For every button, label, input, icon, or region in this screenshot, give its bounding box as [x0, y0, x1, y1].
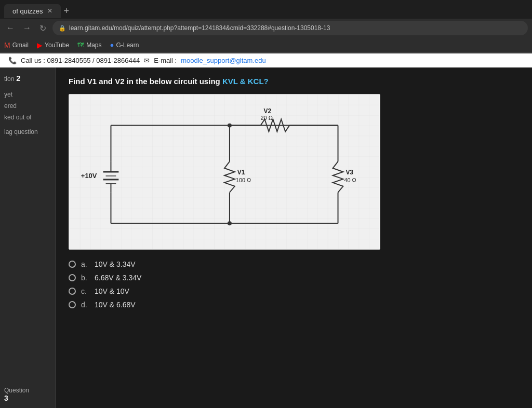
bookmark-maps[interactable]: 🗺 Maps	[77, 41, 101, 49]
glearn-icon: ●	[110, 41, 114, 49]
contact-bar: 📞 Call us : 0891-2840555 / 0891-2866444 …	[0, 53, 532, 67]
option-c-text: 10V & 10V	[95, 287, 129, 295]
lock-icon: 🔒	[59, 25, 66, 32]
mail-icon: ✉	[144, 57, 150, 64]
svg-text:20 Ω: 20 Ω	[261, 115, 273, 121]
sidebar-flag[interactable]: lag question	[4, 128, 51, 135]
radio-a[interactable]	[69, 261, 76, 268]
tab-bar: of quizzes ✕ +	[0, 0, 532, 19]
email-label: E-mail :	[154, 57, 177, 64]
option-d-text: 10V & 6.68V	[95, 301, 136, 309]
bookmarks-bar: M Gmail ▶ YouTube 🗺 Maps ● G-Learn	[0, 37, 532, 53]
bookmark-glearn[interactable]: ● G-Learn	[110, 41, 139, 49]
question-text: Find V1 and V2 in the below circuit usin…	[69, 76, 520, 87]
option-b[interactable]: b. 6.68V & 3.34V	[69, 274, 520, 282]
radio-b[interactable]	[69, 274, 76, 281]
main-layout: tion 2 yet ered ked out of lag question …	[0, 67, 532, 408]
radio-d[interactable]	[69, 301, 76, 308]
refresh-button[interactable]: ↻	[37, 22, 48, 34]
svg-text:V1: V1	[237, 169, 245, 176]
phone-text: Call us : 0891-2840555 / 0891-2866444	[21, 57, 140, 64]
option-a[interactable]: a. 10V & 3.34V	[69, 260, 520, 268]
sidebar-status-answered: ered	[4, 101, 51, 111]
svg-text:40 Ω: 40 Ω	[344, 177, 356, 183]
circuit-diagram: +10V V1 100 Ω V2 20 Ω	[69, 94, 380, 250]
tab-title: of quizzes	[12, 7, 43, 15]
address-bar-row: ← → ↻ 🔒 learn.gitam.edu/mod/quiz/attempt…	[0, 19, 532, 37]
option-c-letter: c.	[81, 287, 89, 295]
phone-icon: 📞	[8, 57, 17, 64]
option-d-letter: d.	[81, 301, 89, 309]
browser-chrome: of quizzes ✕ + ← → ↻ 🔒 learn.gitam.edu/m…	[0, 0, 532, 53]
question-area: Find V1 and V2 in the below circuit usin…	[56, 67, 532, 408]
svg-text:+10V: +10V	[81, 172, 97, 180]
page-content: 📞 Call us : 0891-2840555 / 0891-2866444 …	[0, 53, 532, 408]
svg-text:100 Ω: 100 Ω	[236, 177, 251, 183]
radio-c[interactable]	[69, 288, 76, 295]
new-tab-icon[interactable]: +	[64, 6, 70, 17]
gmail-icon: M	[4, 41, 10, 49]
sidebar-status-marked: ked out of	[4, 113, 51, 122]
close-tab-icon[interactable]: ✕	[47, 7, 52, 15]
sidebar-question-num: 2	[16, 74, 20, 83]
forward-button[interactable]: →	[21, 22, 33, 34]
svg-text:V2: V2	[263, 107, 271, 115]
question-prefix: Find V1 and V2 in the below circuit usin…	[69, 77, 222, 86]
svg-point-25	[228, 124, 232, 128]
bookmark-gmail[interactable]: M Gmail	[4, 41, 29, 49]
email-link[interactable]: moodle_support@gitam.edu	[181, 57, 266, 64]
question-3-prefix: Question	[4, 387, 51, 394]
url-text: learn.gitam.edu/mod/quiz/attempt.php?att…	[69, 24, 330, 32]
maps-label: Maps	[86, 42, 101, 49]
sidebar-question-prefix: tion	[4, 75, 14, 83]
gmail-label: Gmail	[12, 42, 29, 49]
option-b-text: 6.68V & 3.34V	[95, 274, 141, 282]
sidebar-question-3: 3	[4, 394, 51, 402]
youtube-icon: ▶	[37, 41, 43, 49]
svg-text:V3: V3	[345, 169, 353, 176]
option-a-text: 10V & 3.34V	[95, 260, 136, 268]
maps-icon: 🗺	[77, 41, 84, 49]
sidebar: tion 2 yet ered ked out of lag question …	[0, 67, 56, 408]
option-d[interactable]: d. 10V & 6.68V	[69, 301, 520, 309]
option-b-letter: b.	[81, 274, 89, 282]
glearn-label: G-Learn	[116, 42, 139, 49]
option-a-letter: a.	[81, 260, 89, 268]
bookmark-youtube[interactable]: ▶ YouTube	[37, 41, 69, 49]
circuit-svg: +10V V1 100 Ω V2 20 Ω	[69, 94, 380, 249]
active-tab[interactable]: of quizzes ✕	[4, 4, 61, 18]
question-highlight: KVL & KCL?	[222, 77, 269, 86]
youtube-label: YouTube	[45, 42, 69, 49]
option-c[interactable]: c. 10V & 10V	[69, 287, 520, 295]
svg-point-26	[228, 221, 232, 225]
sidebar-status-yet: yet	[4, 90, 51, 99]
address-bar[interactable]: 🔒 learn.gitam.edu/mod/quiz/attempt.php?a…	[52, 21, 528, 35]
options-list: a. 10V & 3.34V b. 6.68V & 3.34V c. 10V &…	[69, 260, 520, 309]
back-button[interactable]: ←	[4, 22, 17, 34]
